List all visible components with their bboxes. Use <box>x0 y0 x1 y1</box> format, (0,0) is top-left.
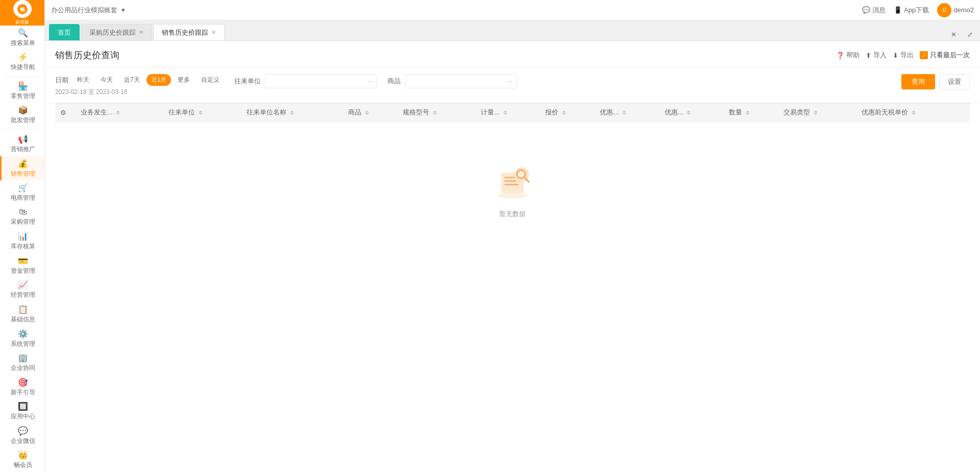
sort-up-icon <box>503 110 507 112</box>
sidebar-item-finance[interactable]: 💳 资金管理 <box>0 253 44 278</box>
user-profile[interactable]: D demo2 <box>937 3 974 17</box>
newbie-icon: 🎯 <box>18 377 28 387</box>
partner-filter-group: 往来单位 ··· <box>234 74 377 88</box>
settings-button[interactable]: 设置 <box>939 74 970 89</box>
close-icon[interactable]: ✕ <box>139 29 143 36</box>
sidebar-item-sales-mgmt[interactable]: 💰 销售管理 <box>0 156 44 181</box>
sort-down-icon <box>746 113 750 115</box>
sidebar-item-basic-info[interactable]: 📋 基础信息 <box>0 302 44 326</box>
sort-icon <box>814 110 818 115</box>
page-actions: ❓ 帮助 ⬆ 导入 ⬇ 导出 ✓ 只看最后一次 <box>836 51 970 60</box>
divider <box>4 76 40 77</box>
sort-icon <box>746 110 750 115</box>
sidebar-item-wechat[interactable]: 💬 企业微信 <box>0 423 44 448</box>
sort-down-icon <box>687 113 691 115</box>
date-btn-custom[interactable]: 自定义 <box>197 74 224 86</box>
sidebar-item-purchase[interactable]: 🛍 采购管理 <box>0 205 44 229</box>
help-button[interactable]: ❓ 帮助 <box>836 51 860 60</box>
tab-sales-history[interactable]: 销售历史价跟踪 ✕ <box>153 24 225 40</box>
sidebar-item-operations[interactable]: 📈 经营管理 <box>0 278 44 302</box>
sidebar-item-enterprise[interactable]: 🏢 企业协同 <box>0 350 44 375</box>
tab-label: 销售历史价跟踪 <box>162 28 208 37</box>
sidebar-item-inventory[interactable]: 📊 库存核算 <box>0 229 44 253</box>
sidebar-item-marketing[interactable]: 📢 营销推广 <box>0 132 44 156</box>
import-button[interactable]: ⬆ 导入 <box>866 51 887 60</box>
sidebar-item-label: 库存核算 <box>11 242 35 251</box>
close-icon[interactable]: ✕ <box>211 29 216 36</box>
date-btn-last7days[interactable]: 近7天 <box>119 74 144 86</box>
close-window-button[interactable]: ✕ <box>947 28 960 40</box>
sort-down-icon <box>290 113 294 115</box>
sort-down-icon <box>562 113 566 115</box>
table-col-trade-type[interactable]: 交易类型 <box>778 104 856 122</box>
last-only-checkbox[interactable]: ✓ 只看最后一次 <box>920 51 970 60</box>
tab-label: 采购历史价跟踪 <box>89 28 136 37</box>
export-icon: ⬇ <box>893 52 898 59</box>
filter-area: 日期 昨天 今天 近7天 近1月 更多 自定义 2023-02-18 至 202… <box>45 68 980 103</box>
message-icon: 💬 <box>862 6 870 14</box>
topbar: 办公用品行业模拟账套 ▾ 💬 消息 📱 App下载 D demo2 <box>45 0 980 20</box>
sidebar-item-label: 经营管理 <box>11 291 35 299</box>
member-icon: 👑 <box>18 450 28 460</box>
chevron-down-icon: ▾ <box>121 6 125 14</box>
table-col-partner-name[interactable]: 往来单位名称 <box>241 104 343 122</box>
tab-home[interactable]: 首页 <box>49 24 80 40</box>
table-col-business-date[interactable]: 业务发生... <box>76 104 163 122</box>
sidebar-item-system[interactable]: ⚙️ 系统管理 <box>0 326 44 351</box>
sidebar-logo[interactable]: 畅 标准版 <box>0 0 44 26</box>
table-col-spec[interactable]: 规格型号 <box>398 104 476 122</box>
sort-icon <box>199 110 203 115</box>
logo-icon: 畅 <box>13 0 32 18</box>
empty-text: 暂无数据 <box>499 209 526 219</box>
query-button[interactable]: 查询 <box>901 74 935 89</box>
sidebar-item-ecommerce[interactable]: 🛒 电商管理 <box>0 180 44 205</box>
topbar-dropdown[interactable]: ▾ <box>121 6 125 14</box>
partner-input[interactable]: ··· <box>265 74 377 88</box>
main-area: 办公用品行业模拟账套 ▾ 💬 消息 📱 App下载 D demo2 <box>45 0 980 472</box>
wechat-icon: 💬 <box>18 426 28 436</box>
table-col-quantity[interactable]: 数量 <box>724 104 778 122</box>
download-icon: 📱 <box>894 6 902 14</box>
nav-icon: ⚡ <box>18 52 28 62</box>
table-col-discount1[interactable]: 优惠... <box>595 104 659 122</box>
sidebar-item-newbie[interactable]: 🎯 新手引导 <box>0 375 44 399</box>
sort-down-icon <box>622 113 626 115</box>
sort-down-icon <box>433 113 437 115</box>
sidebar-item-quick-nav[interactable]: ⚡ 快捷导航 <box>0 50 44 75</box>
app-download-button[interactable]: 📱 App下载 <box>894 6 929 15</box>
table-col-product[interactable]: 商品 <box>343 104 398 122</box>
date-btn-more[interactable]: 更多 <box>173 74 194 86</box>
partner-dots: ··· <box>368 78 373 85</box>
maximize-button[interactable]: ⤢ <box>964 28 976 40</box>
date-btn-last1month[interactable]: 近1月 <box>146 74 172 86</box>
sort-icon <box>622 110 626 115</box>
import-icon: ⬆ <box>866 52 871 59</box>
filter-row: 日期 昨天 今天 近7天 近1月 更多 自定义 2023-02-18 至 202… <box>55 74 970 97</box>
sort-down-icon <box>503 113 507 115</box>
page-header: 销售历史价查询 ❓ 帮助 ⬆ 导入 ⬇ 导出 ✓ 只 <box>45 41 980 68</box>
ecommerce-icon: 🛒 <box>18 183 28 193</box>
table-col-discount2[interactable]: 优惠... <box>659 104 724 122</box>
message-button[interactable]: 💬 消息 <box>862 6 886 15</box>
table-col-unit[interactable]: 计量... <box>476 104 540 122</box>
table-col-quote-price[interactable]: 报价 <box>540 104 595 122</box>
sidebar-item-membership[interactable]: 👑 畅会员 <box>0 448 44 472</box>
sort-up-icon <box>746 110 750 112</box>
sidebar-item-retail[interactable]: 🏪 零售管理 <box>0 79 44 103</box>
table-col-partner-code[interactable]: 往来单位 <box>163 104 241 122</box>
page-title: 销售历史价查询 <box>55 49 119 61</box>
sidebar-item-app-center[interactable]: 🔲 应用中心 <box>0 399 44 423</box>
table-head: ⚙ 业务发生... 往来单位 <box>55 104 970 122</box>
tab-purchase-history[interactable]: 采购历史价跟踪 ✕ <box>81 24 152 40</box>
sort-down-icon <box>912 113 916 115</box>
sidebar-item-wholesale[interactable]: 📦 批发管理 <box>0 103 44 128</box>
date-btn-today[interactable]: 今天 <box>96 74 117 86</box>
export-button[interactable]: ⬇ 导出 <box>893 51 914 60</box>
table-col-pre-tax-price[interactable]: 优惠前无税单价 <box>856 104 970 122</box>
sort-down-icon <box>116 113 120 115</box>
product-input[interactable]: ··· <box>405 74 517 88</box>
date-btn-yesterday[interactable]: 昨天 <box>72 74 94 86</box>
sidebar-item-search[interactable]: 🔍 搜索菜单 <box>0 26 44 50</box>
gear-icon[interactable]: ⚙ <box>60 109 66 116</box>
sidebar-item-label: 资金管理 <box>11 267 35 275</box>
